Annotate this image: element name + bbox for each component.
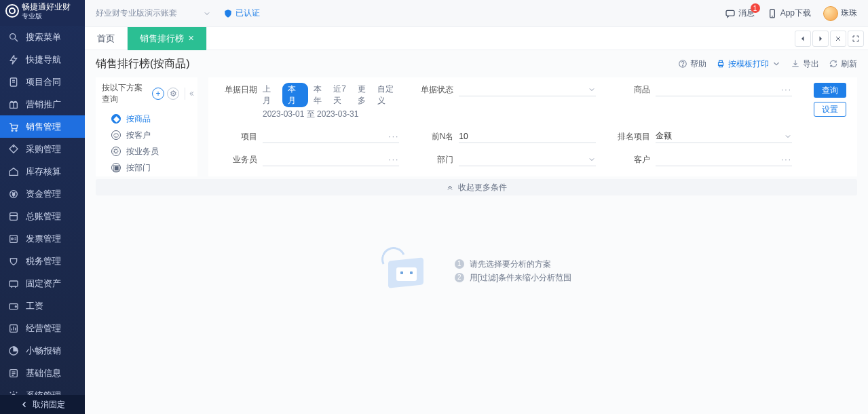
more-icon[interactable]: ··· [388,132,399,141]
rank-value: 金额 [656,130,672,142]
topn-input[interactable]: 10 [459,130,595,143]
scheme-item-product[interactable]: ◆按商品 [96,111,197,127]
salesman-picker[interactable]: ··· [263,153,399,166]
svg-point-29 [12,394,15,396]
nav-invoice[interactable]: 发票管理 [0,227,85,250]
date-preset[interactable]: 本年 [314,83,328,107]
env-switcher[interactable]: 好业财专业版演示账套 [96,7,211,19]
nav-inventory[interactable]: 库存核算 [0,160,85,183]
svg-point-0 [10,33,16,39]
help-link[interactable]: 帮助 [678,58,706,70]
close-icon[interactable]: ✕ [188,34,194,43]
query-button[interactable]: 查询 [814,83,846,98]
date-preset[interactable]: 上月 [263,83,277,107]
scheme-item-label: 按客户 [126,130,151,141]
nav-label: 库存核算 [26,166,61,178]
nav-fund[interactable]: ¥资金管理 [0,183,85,205]
svg-rect-18 [10,281,18,286]
tab-prev-button[interactable] [795,31,811,47]
settings-button[interactable]: 设置 [814,102,846,117]
customer-picker[interactable]: ··· [656,153,792,166]
tab-sales-rank[interactable]: 销售排行榜 ✕ [128,27,207,50]
empty-state: 1请先选择要分析的方案 2用[过滤]条件来缩小分析范围 [85,247,868,295]
doc-icon [8,77,19,88]
date-preset[interactable]: 更多 [358,83,372,107]
nav-label: 搜索菜单 [26,31,61,43]
nav-search[interactable]: 搜索菜单 [0,26,85,48]
scheme-item-salesman[interactable]: ⛭按业务员 [96,143,197,159]
nav-salary[interactable]: 工资 [0,295,85,317]
nav-label: 资金管理 [26,188,61,200]
tab-home[interactable]: 首页 [85,27,128,50]
scheme-item-dept[interactable]: ▣按部门 [96,159,197,176]
scheme-item-label: 按业务员 [126,146,159,157]
refresh-label: 刷新 [841,58,857,70]
chevron-down-icon [784,132,792,140]
home-icon [8,166,19,177]
nav-label: 项目合同 [26,76,61,88]
field-product: 商品 ··· [612,83,792,120]
field-label: 项目 [219,130,257,143]
nav-expense[interactable]: 小畅报销 [0,339,85,362]
nav-label: 总账管理 [26,210,61,223]
brand-edition: 专业版 [22,12,71,21]
project-picker[interactable]: ··· [263,130,399,143]
nav-contract[interactable]: 项目合同 [0,71,85,93]
status-select[interactable] [459,83,595,96]
tab-close-all-button[interactable] [830,31,846,47]
nav-quick[interactable]: 快捷导航 [0,48,85,71]
svg-rect-30 [726,10,734,16]
svg-marker-33 [801,36,804,41]
date-range: 2023-03-01 至 2023-03-31 [263,109,399,120]
help-icon [678,59,687,69]
app-download-button[interactable]: App下载 [767,7,811,19]
nav-label: 采购管理 [26,143,61,155]
export-icon [791,59,800,69]
date-preset[interactable]: 本月 [282,83,307,107]
more-icon[interactable]: ··· [781,155,792,164]
nav-biz[interactable]: 经营管理 [0,317,85,339]
nav-marketing[interactable]: 营销推广 [0,93,85,115]
chevron-down-icon [203,10,211,18]
svg-point-15 [12,238,14,240]
tab-next-button[interactable] [812,31,829,47]
scheme-add-button[interactable]: + [152,88,164,100]
product-picker[interactable]: ··· [656,83,792,96]
nav-gl[interactable]: 总账管理 [0,205,85,227]
nav-purchase[interactable]: 采购管理 [0,138,85,160]
user-menu[interactable]: 珠珠 [823,6,857,21]
more-icon[interactable]: ··· [388,155,399,164]
nav-label: 快捷导航 [26,54,61,66]
collapse-filters-button[interactable]: 收起更多条件 [96,179,857,195]
nav-asset[interactable]: 固定资产 [0,272,85,295]
cancel-pin-button[interactable]: 取消固定 [0,395,85,414]
dept-select[interactable] [459,153,595,166]
more-icon[interactable]: ··· [781,85,792,94]
fullscreen-icon [852,35,860,43]
svg-rect-12 [10,212,18,220]
date-preset[interactable]: 近7天 [333,83,352,107]
svg-point-8 [16,130,17,131]
nav-system[interactable]: 系统管理 [0,384,85,395]
user-label: 珠珠 [841,7,857,19]
tab-label: 首页 [97,33,115,45]
print-link[interactable]: 按模板打印 [716,58,781,70]
msg-button[interactable]: 消息 1 [725,7,755,19]
refresh-link[interactable]: 刷新 [829,58,857,70]
scheme-collapse-button[interactable] [185,88,197,100]
nav-tax[interactable]: 税务管理 [0,250,85,272]
nav-label: 小畅报销 [26,345,61,357]
svg-rect-39 [719,62,723,65]
nav-basic[interactable]: 基础信息 [0,362,85,384]
scheme-item-customer[interactable]: ☺按客户 [96,127,197,143]
person-icon: ⛭ [111,147,121,156]
date-preset[interactable]: 自定义 [377,83,399,107]
rank-select[interactable]: 金额 [656,130,792,143]
scheme-settings-button[interactable]: ⚙ [167,88,179,100]
field-label: 客户 [612,153,650,166]
fullscreen-button[interactable] [848,31,864,47]
field-label: 排名项目 [612,130,650,143]
nav-sales[interactable]: 销售管理 [0,115,85,138]
export-link[interactable]: 导出 [791,58,819,70]
field-status: 单据状态 [415,83,595,120]
